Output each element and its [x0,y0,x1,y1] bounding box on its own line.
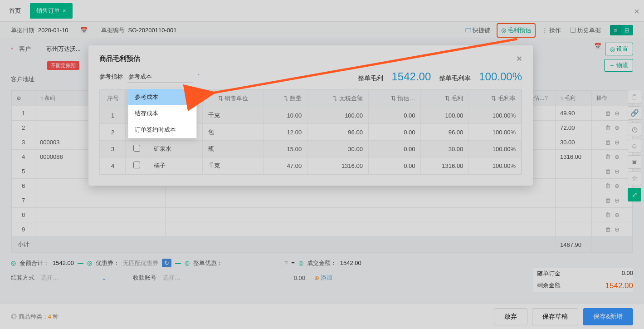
dropdown-option[interactable]: 订单签约时成本 [128,122,196,138]
modal-mask[interactable] [0,0,644,329]
metric-dropdown: 参考成本 结存成本 订单签约时成本 [128,88,197,138]
dropdown-option[interactable]: 参考成本 [128,89,196,105]
dropdown-option[interactable]: 结存成本 [128,105,196,122]
